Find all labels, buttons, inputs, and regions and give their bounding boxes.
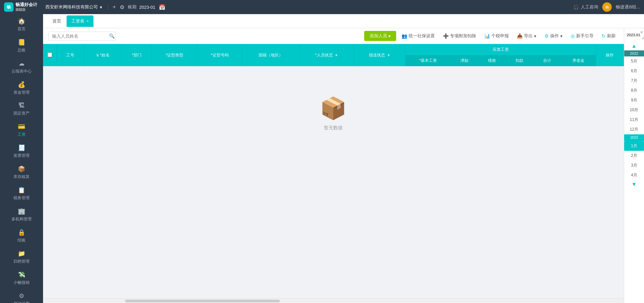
table-area: 🔍 添加人员 ▾ 👥 统一社保设置 ➕ 专项附加扣除 <box>43 28 624 303</box>
support-button[interactable]: 🎧 人工咨询 <box>573 4 598 10</box>
toolbar: 🔍 添加人员 ▾ 👥 统一社保设置 ➕ 专项附加扣除 <box>43 28 624 44</box>
th-nation: 国籍（地区） <box>242 44 300 66</box>
month-item-2023-3[interactable]: 3月 <box>624 161 644 170</box>
guide-btn-icon: ◎ <box>571 33 575 39</box>
status-filter-icon[interactable]: ▼ <box>335 53 338 57</box>
month-item-2022-12[interactable]: 12月 <box>624 125 644 134</box>
sidebar-label-cloud: 云报表中心 <box>11 69 32 74</box>
tax-declaration-button[interactable]: 📊 个税申报 <box>482 31 512 41</box>
scroll-thumb[interactable] <box>125 300 280 302</box>
sidebar-item-archive[interactable]: 📁 归档管理 <box>0 247 43 268</box>
refresh-label: 刷新 <box>607 33 616 39</box>
company-selector[interactable]: 西安虾米网络科技有限公司 ▾ <box>43 3 105 11</box>
sidebar-label-assets: 固定资产 <box>13 111 30 116</box>
chevron-down-icon: ▼ <box>630 180 638 188</box>
refresh-button[interactable]: ↻ 刷新 <box>599 31 618 41</box>
refresh-icon: ↻ <box>602 33 606 39</box>
sidebar-item-invoice[interactable]: 🧾 发票管理 <box>0 141 43 162</box>
tax-icon: 📋 <box>18 186 25 194</box>
month-panel: 2023.01 × ⤢ ▲ 2022 5月 6月 7月 8月 <box>624 28 644 303</box>
operate-label: 操作 <box>550 33 559 39</box>
support-label: 人工咨询 <box>581 4 598 10</box>
month-item-2023-2[interactable]: 2月 <box>624 151 644 161</box>
tab-close-button[interactable]: × <box>86 19 89 24</box>
th-perf: 绩效 <box>478 55 506 66</box>
guide-btn-label: 新手引导 <box>576 33 594 39</box>
sidebar-label-invoice: 发票管理 <box>13 153 30 159</box>
month-nav-down[interactable]: ▼ <box>629 180 640 189</box>
empty-state: 📦 暂无数据 <box>46 69 620 158</box>
month-item-2022-5[interactable]: 5月 <box>624 56 644 66</box>
sidebar-item-home[interactable]: 🏠 首页 <box>0 14 43 35</box>
period-label: 账期 <box>128 4 137 10</box>
select-all-checkbox[interactable] <box>47 52 52 57</box>
add-person-button[interactable]: 添加人员 ▾ <box>364 31 396 41</box>
special-deduction-button[interactable]: ➕ 专项附加扣除 <box>440 31 479 41</box>
fund-icon: 💰 <box>18 81 25 88</box>
cloud-icon: ☁ <box>18 60 25 67</box>
basic-icon: ⚙ <box>19 292 24 300</box>
active-tab-label: 工资表 <box>71 18 84 24</box>
app-name: 畅通好会计 <box>15 2 37 7</box>
th-id-type: *证型类型 <box>152 44 197 66</box>
sidebar-item-assets[interactable]: 🏗 固定资产 <box>0 99 43 120</box>
invoice-icon: 🧾 <box>18 144 25 152</box>
year-2023-label: 2023 <box>624 134 644 141</box>
sidebar-label-expense: 小畅报销 <box>13 280 30 286</box>
report-filter-icon[interactable]: ▼ <box>387 53 390 57</box>
th-dept: *部门 <box>121 44 152 66</box>
th-number: 工号 <box>56 44 84 66</box>
sidebar-item-salary[interactable]: 💳 工资 <box>0 120 43 141</box>
expense-icon: 💸 <box>18 271 25 278</box>
avatar[interactable]: 畅 <box>602 2 612 12</box>
sidebar-label-salary: 工资 <box>17 132 26 137</box>
month-item-2022-7[interactable]: 7月 <box>624 76 644 86</box>
social-insurance-button[interactable]: 👥 统一社保设置 <box>399 31 438 41</box>
sidebar-label-ledger: 总账 <box>17 47 26 53</box>
panel-close-button[interactable]: × <box>640 30 643 35</box>
export-button[interactable]: 📥 导出 ▾ <box>514 31 539 41</box>
sidebar-item-ledger[interactable]: 📒 总账 <box>0 35 43 56</box>
month-item-2022-9[interactable]: 9月 <box>624 95 644 105</box>
th-deduct: 扣款 <box>506 55 533 66</box>
sidebar-item-basic[interactable]: ⚙ 基础设置 <box>0 289 43 303</box>
multi-icon: 🏢 <box>18 208 25 215</box>
top-divider <box>108 4 108 10</box>
calendar-icon[interactable]: 📅 <box>157 3 167 12</box>
sidebar-label-home: 首页 <box>17 26 26 32</box>
th-status: *人员状态 ▼ <box>299 44 354 66</box>
month-item-2023-1[interactable]: 1月 <box>624 141 644 151</box>
th-name: ⇅ *姓名 <box>84 44 121 66</box>
month-item-2023-4[interactable]: 4月 <box>624 170 644 180</box>
panel-expand-button[interactable]: ⤢ <box>642 35 644 40</box>
bottom-scrollbar[interactable] <box>43 298 624 303</box>
sidebar-item-tax[interactable]: 📋 税务管理 <box>0 183 43 204</box>
sidebar-item-stock[interactable]: 📦 库存核算 <box>0 162 43 183</box>
month-item-2022-8[interactable]: 8月 <box>624 86 644 95</box>
add-company-button[interactable]: + <box>111 3 118 11</box>
month-item-2022-6[interactable]: 6月 <box>624 66 644 76</box>
sidebar-label-multi: 多机构管理 <box>11 216 32 222</box>
month-item-2022-11[interactable]: 11月 <box>624 115 644 125</box>
period-value: 2023-01 <box>138 5 155 10</box>
search-icon: 🔍 <box>109 33 115 39</box>
operate-button[interactable]: ⚙ 操作 ▾ <box>542 31 565 41</box>
empty-text: 暂无数据 <box>324 125 343 131</box>
settings-icon[interactable]: ⚙ <box>118 3 126 12</box>
user-name: 畅捷通B组... <box>616 4 640 10</box>
month-nav-up[interactable]: ▲ <box>629 42 640 50</box>
sidebar-item-expense[interactable]: 💸 小畅报销 <box>0 268 43 289</box>
export-arrow-icon: ▾ <box>534 34 536 39</box>
month-item-2022-10[interactable]: 10月 <box>624 105 644 115</box>
sidebar-item-close[interactable]: 🔒 结账 <box>0 225 43 247</box>
th-subsidy: 津贴 <box>451 55 478 66</box>
sidebar-item-multi[interactable]: 🏢 多机构管理 <box>0 204 43 225</box>
sidebar-item-cloud[interactable]: ☁ 云报表中心 <box>0 56 43 78</box>
sidebar-item-fund[interactable]: 💰 资金管理 <box>0 78 43 99</box>
guide-button[interactable]: ◎ 新手引导 <box>568 31 596 41</box>
tab-salary-table[interactable]: 工资表 × <box>67 15 93 27</box>
tab-home[interactable]: 首页 <box>47 15 67 27</box>
empty-state-cell: 📦 暂无数据 <box>43 66 624 161</box>
search-input[interactable] <box>48 32 116 41</box>
add-btn-label: 添加人员 <box>370 33 387 39</box>
